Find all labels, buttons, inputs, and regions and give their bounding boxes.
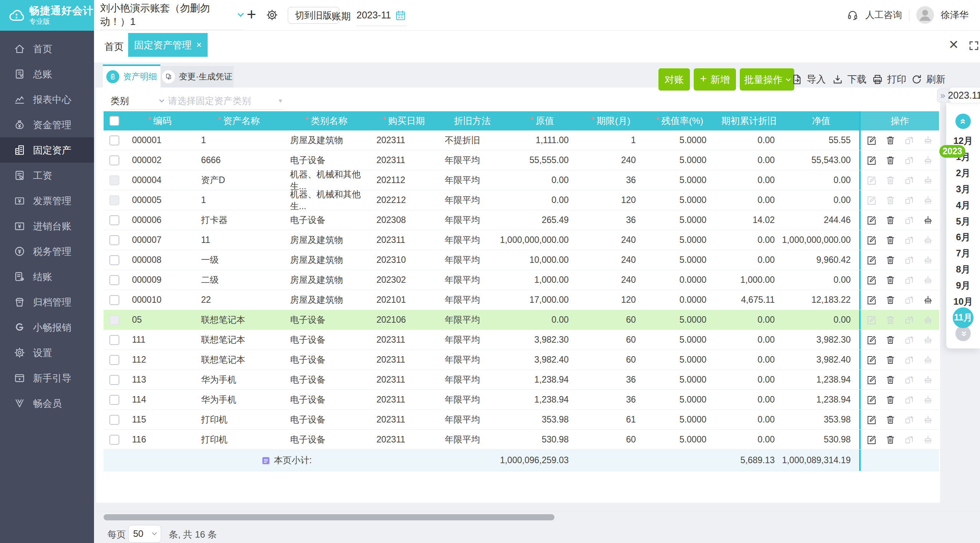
row-checkbox[interactable] — [109, 255, 119, 265]
delete-icon[interactable] — [885, 235, 896, 245]
per-page-select[interactable]: 50 — [128, 525, 161, 543]
horizontal-scrollbar[interactable] — [104, 514, 554, 520]
sidebar-item-reimburse[interactable]: 小畅报销 — [0, 315, 94, 340]
edit-icon[interactable] — [866, 335, 877, 345]
row-checkbox[interactable] — [109, 235, 119, 245]
subtab-change-voucher[interactable]: 变更·生成凭证 — [161, 66, 234, 87]
select-all-checkbox[interactable] — [109, 116, 119, 126]
edit-icon[interactable] — [866, 275, 877, 285]
close-icon[interactable]: × — [949, 35, 959, 54]
column-header[interactable]: *残值率(%) — [644, 111, 715, 130]
column-header[interactable]: *资产名称 — [194, 111, 283, 130]
row-checkbox[interactable] — [109, 215, 119, 225]
delete-icon[interactable] — [885, 335, 896, 345]
row-checkbox[interactable] — [109, 355, 119, 365]
column-header[interactable]: 折旧方法 — [438, 111, 507, 130]
tab-home[interactable]: 首页 — [104, 40, 124, 53]
sidebar-item-tax[interactable]: 税务管理 — [0, 239, 94, 264]
row-checkbox[interactable] — [109, 335, 119, 345]
delete-icon[interactable] — [885, 255, 896, 265]
row-checkbox[interactable] — [109, 435, 119, 445]
column-header[interactable]: *期限(月) — [577, 111, 644, 130]
delete-icon[interactable] — [885, 295, 896, 305]
clean-icon[interactable] — [923, 295, 933, 305]
month-item[interactable]: 10月 — [946, 295, 980, 308]
sidebar-item-salary[interactable]: 工资 — [0, 163, 94, 188]
edit-icon[interactable] — [866, 235, 877, 245]
category-select[interactable]: 请选择固定资产类别 ▼ — [168, 92, 283, 110]
delete-icon[interactable] — [885, 135, 896, 145]
period-picker[interactable]: 2023-11 — [356, 5, 406, 26]
edit-icon[interactable] — [866, 135, 877, 145]
edit-icon[interactable] — [866, 414, 877, 425]
column-header[interactable]: *原值 — [507, 111, 577, 130]
sidebar-item-fund[interactable]: 资金管理 — [0, 112, 94, 137]
row-checkbox[interactable] — [109, 275, 119, 285]
month-item[interactable]: 5月 — [946, 215, 980, 228]
refresh-button[interactable]: 刷新 — [911, 73, 945, 86]
row-checkbox[interactable] — [109, 395, 119, 405]
sidebar-item-invoice[interactable]: 发票管理 — [0, 188, 94, 213]
edit-icon[interactable] — [866, 375, 877, 385]
account-selector[interactable]: 刘小艳演示账套（勿删勿动！）1 — [100, 0, 243, 30]
delete-icon[interactable] — [885, 155, 896, 165]
sidebar-item-asset[interactable]: 固定资产 — [0, 137, 94, 163]
month-item[interactable]: 7月 — [946, 247, 980, 259]
edit-icon[interactable] — [866, 434, 877, 445]
column-header[interactable]: *购买日期 — [370, 111, 438, 130]
month-item[interactable]: 3月 — [946, 183, 980, 195]
edit-icon[interactable] — [866, 155, 877, 165]
column-header[interactable]: *类别名称 — [283, 111, 370, 130]
month-item[interactable]: 2月 — [946, 167, 980, 179]
sidebar-item-report[interactable]: 报表中心 — [0, 87, 94, 112]
delete-icon[interactable] — [885, 394, 896, 405]
delete-icon[interactable] — [885, 414, 896, 425]
sidebar-item-home[interactable]: 首页 — [0, 36, 94, 61]
sidebar-item-trade[interactable]: 进销台账 — [0, 213, 94, 239]
month-item[interactable]: 8月 — [946, 263, 980, 276]
edit-icon[interactable] — [866, 355, 877, 365]
fullscreen-icon[interactable] — [968, 40, 980, 53]
avatar[interactable] — [916, 6, 934, 24]
support-link[interactable]: 人工咨询 — [865, 9, 902, 21]
reconcile-button[interactable]: 对账 — [658, 68, 690, 91]
add-tab-button[interactable]: + — [247, 5, 256, 24]
sidebar-item-guide[interactable]: 新手引导 — [0, 365, 94, 391]
download-button[interactable]: 下载 — [832, 73, 866, 86]
batch-actions-button[interactable]: 批量操作 — [740, 68, 794, 91]
row-checkbox[interactable] — [109, 135, 119, 145]
month-item[interactable]: 4月 — [946, 199, 980, 211]
edit-icon[interactable] — [866, 295, 877, 305]
column-header[interactable]: 净值 — [783, 111, 859, 130]
delete-icon[interactable] — [885, 275, 896, 285]
delete-icon[interactable] — [885, 355, 896, 365]
row-checkbox[interactable] — [109, 295, 119, 305]
add-button[interactable]: + 新增 — [694, 68, 736, 91]
row-checkbox[interactable] — [109, 415, 119, 425]
edit-icon[interactable] — [866, 255, 877, 265]
delete-icon[interactable] — [885, 215, 896, 225]
delete-icon[interactable] — [885, 375, 896, 385]
edit-icon[interactable] — [866, 394, 877, 405]
month-item[interactable]: 9月 — [946, 279, 980, 292]
filter-field-select[interactable]: 类别 — [111, 92, 163, 110]
collapse-panel-button[interactable]: » — [937, 89, 949, 102]
sidebar-item-ledger[interactable]: 总账 — [0, 61, 94, 87]
sidebar-item-settings[interactable]: 设置 — [0, 340, 94, 365]
scroll-down-button[interactable]: « — [955, 326, 971, 341]
tab-fixed-assets[interactable]: 固定资产管理 × — [128, 33, 208, 57]
print-button[interactable]: 打印 — [872, 73, 906, 86]
tab-close-icon[interactable]: × — [196, 40, 201, 50]
import-button[interactable]: 导入 — [791, 73, 826, 86]
sidebar-item-member[interactable]: 畅会员 — [0, 391, 94, 416]
sidebar-item-closing[interactable]: 结账 — [0, 264, 94, 289]
row-checkbox[interactable] — [109, 155, 119, 165]
scroll-up-button[interactable]: « — [955, 114, 971, 129]
sidebar-item-archive[interactable]: 归档管理 — [0, 289, 94, 315]
column-header[interactable]: 操作 — [859, 111, 939, 130]
column-header[interactable]: 期初累计折旧 — [715, 111, 783, 130]
month-item[interactable]: 6月 — [946, 231, 980, 243]
clean-icon[interactable] — [923, 215, 933, 225]
delete-icon[interactable] — [885, 434, 896, 445]
column-header[interactable]: *编码 — [125, 111, 194, 130]
